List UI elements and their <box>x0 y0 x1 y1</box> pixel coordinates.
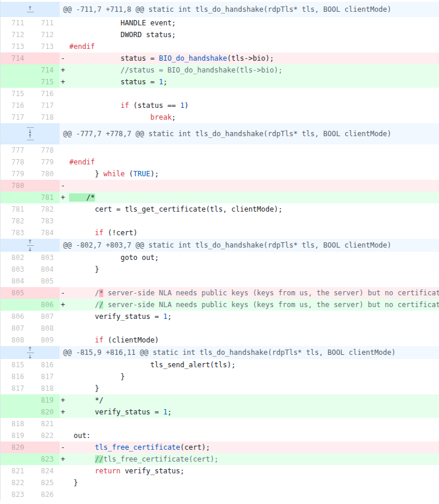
old-line-number[interactable]: 781 <box>1 203 30 215</box>
new-line-number[interactable]: 803 <box>30 252 60 263</box>
new-line-number[interactable]: 783 <box>30 215 60 227</box>
new-line-number[interactable]: 711 <box>30 17 60 29</box>
new-line-number[interactable]: 716 <box>30 88 60 100</box>
diff-row: 713713 #endif <box>1 41 439 52</box>
old-line-number[interactable]: 821 <box>1 465 30 477</box>
old-line-number[interactable]: 713 <box>1 41 30 52</box>
hunk-row: ↑@@ -711,7 +711,8 @@ static int tls_do_h… <box>1 2 439 17</box>
new-line-number[interactable]: 778 <box>30 144 60 156</box>
old-line-number[interactable] <box>1 192 30 203</box>
old-line-number[interactable]: 802 <box>1 252 30 263</box>
new-line-number[interactable]: 817 <box>30 371 60 383</box>
code-segment: verify_status = <box>65 312 163 321</box>
new-line-number[interactable]: 784 <box>30 227 60 239</box>
old-line-number[interactable]: 712 <box>1 29 30 41</box>
old-line-number[interactable]: 820 <box>1 442 30 453</box>
old-line-number[interactable] <box>1 406 30 418</box>
old-line-number[interactable]: 715 <box>1 88 30 100</box>
diff-row: 779780 } while (TRUE); <box>1 168 439 180</box>
new-line-number[interactable]: 807 <box>30 311 60 322</box>
new-line-number[interactable]: 718 <box>30 111 60 123</box>
code-segment: verify_status; <box>120 467 184 475</box>
unfold-down-up-icon[interactable]: ↓↑ <box>27 126 34 141</box>
old-line-number[interactable]: 777 <box>1 144 30 156</box>
new-line-number[interactable]: 715 <box>30 76 60 88</box>
old-line-number[interactable]: 823 <box>1 489 30 500</box>
old-line-number[interactable] <box>1 453 30 465</box>
new-line-number[interactable]: 825 <box>30 477 60 489</box>
new-line-number[interactable]: 779 <box>30 156 60 168</box>
old-line-number[interactable] <box>1 299 30 311</box>
old-line-number[interactable]: 716 <box>1 100 30 111</box>
new-line-number[interactable] <box>30 180 60 192</box>
old-line-number[interactable]: 822 <box>1 477 30 489</box>
unfold-up-icon[interactable]: ↑ <box>27 6 34 14</box>
old-line-number[interactable]: 804 <box>1 275 30 287</box>
code-line: + //status = BIO_do_handshake(tls->bio); <box>60 64 439 76</box>
new-line-number[interactable]: 780 <box>30 168 60 180</box>
code-line: out: <box>60 430 439 442</box>
unfold-icon[interactable]: ↑↓ <box>27 347 34 359</box>
new-line-number[interactable] <box>30 287 60 299</box>
code-line: - tls_free_certificate(cert); <box>60 442 439 453</box>
old-line-number[interactable]: 807 <box>1 322 30 334</box>
old-line-number[interactable]: 819 <box>1 430 30 442</box>
new-line-number[interactable] <box>30 442 60 453</box>
code-segment: } <box>65 373 125 381</box>
diff-row: 823826 <box>1 489 439 500</box>
old-line-number[interactable]: 782 <box>1 215 30 227</box>
new-line-number[interactable] <box>30 52 60 64</box>
old-line-number[interactable]: 808 <box>1 334 30 346</box>
new-line-number[interactable]: 809 <box>30 334 60 346</box>
new-line-number[interactable]: 781 <box>30 192 60 203</box>
new-line-number[interactable]: 821 <box>30 418 60 430</box>
new-line-number[interactable]: 805 <box>30 275 60 287</box>
old-line-number[interactable]: 818 <box>1 418 30 430</box>
new-line-number[interactable]: 713 <box>30 41 60 52</box>
new-line-number[interactable]: 782 <box>30 203 60 215</box>
old-line-number[interactable]: 783 <box>1 227 30 239</box>
old-line-number[interactable] <box>1 64 30 76</box>
new-line-number[interactable]: 804 <box>30 263 60 275</box>
new-line-number[interactable]: 820 <box>30 406 60 418</box>
old-line-number[interactable]: 717 <box>1 111 30 123</box>
new-line-number[interactable]: 826 <box>30 489 60 500</box>
diff-row: 806+ // server-side NLA needs public key… <box>1 299 439 311</box>
new-line-number[interactable]: 818 <box>30 383 60 394</box>
old-line-number[interactable]: 803 <box>1 263 30 275</box>
new-line-number[interactable]: 717 <box>30 100 60 111</box>
code-segment: / <box>65 289 99 297</box>
old-line-number[interactable]: 778 <box>1 156 30 168</box>
code-line: if (status == 1) <box>60 100 439 111</box>
new-line-number[interactable]: 819 <box>30 394 60 406</box>
new-line-number[interactable]: 822 <box>30 430 60 442</box>
diff-row: 808809 if (clientMode) <box>1 334 439 346</box>
old-line-number[interactable]: 714 <box>1 52 30 64</box>
new-line-number[interactable]: 808 <box>30 322 60 334</box>
code-segment: ; <box>172 113 176 121</box>
new-line-number[interactable]: 806 <box>30 299 60 311</box>
new-line-number[interactable]: 824 <box>30 465 60 477</box>
old-line-number[interactable]: 806 <box>1 311 30 322</box>
old-line-number[interactable]: 817 <box>1 383 30 394</box>
old-line-number[interactable] <box>1 76 30 88</box>
code-line: + // server-side NLA needs public keys (… <box>60 299 439 311</box>
old-line-number[interactable]: 815 <box>1 359 30 371</box>
old-line-number[interactable]: 780 <box>1 180 30 192</box>
new-line-number[interactable]: 816 <box>30 359 60 371</box>
diff-row: 823+ //tls_free_certificate(cert); <box>1 453 439 465</box>
code-segment <box>65 336 95 344</box>
code-line <box>60 144 439 156</box>
old-line-number[interactable]: 779 <box>1 168 30 180</box>
new-line-number[interactable]: 712 <box>30 29 60 41</box>
code-line <box>60 322 439 334</box>
unfold-icon[interactable]: ↑↓ <box>27 239 34 252</box>
old-line-number[interactable]: 816 <box>1 371 30 383</box>
new-line-number[interactable]: 823 <box>30 453 60 465</box>
old-line-number[interactable] <box>1 394 30 406</box>
code-line: verify_status = 1; <box>60 311 439 322</box>
new-line-number[interactable]: 714 <box>30 64 60 76</box>
old-line-number[interactable]: 711 <box>1 17 30 29</box>
hunk-header: @@ -777,7 +778,7 @@ static int tls_do_ha… <box>60 123 439 144</box>
old-line-number[interactable]: 805 <box>1 287 30 299</box>
